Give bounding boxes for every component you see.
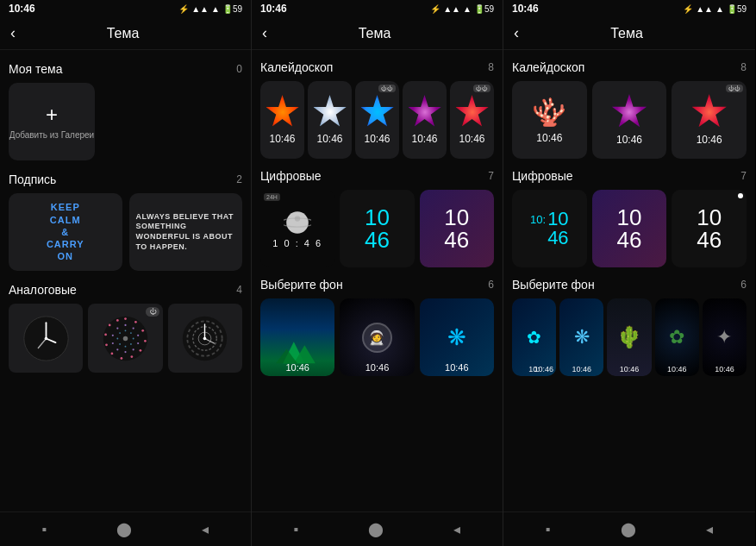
astronaut-time: 10:46 — [366, 362, 390, 373]
colon-prefix-card[interactable]: 10: 10 46 — [512, 190, 587, 267]
kaleido-count-2: 8 — [488, 61, 494, 73]
status-bar-3: 10:46 ⚡ ▲▲ ▲ 🔋59 — [503, 0, 755, 17]
blue-flower-icon: ❋ — [574, 326, 590, 348]
bluetooth-icon-3: ⚡ — [683, 4, 693, 14]
svg-point-33 — [119, 343, 121, 345]
dashed-ring-card[interactable] — [168, 304, 242, 373]
back-button-1[interactable]: ‹ — [10, 24, 16, 42]
back-button-3[interactable]: ‹ — [514, 24, 519, 42]
svg-point-44 — [286, 211, 309, 234]
digital-grid-3: 10: 10 46 10 46 — [512, 190, 747, 267]
nav-circle-2[interactable]: ⬤ — [368, 521, 384, 537]
spiral-dots-card[interactable]: ⏻ — [88, 304, 162, 373]
subscription-count: 2 — [236, 173, 242, 185]
kaleido-purple2-card[interactable]: 10:46 — [592, 81, 667, 159]
svg-point-46 — [295, 216, 300, 221]
svg-point-12 — [121, 357, 123, 360]
nav-square-3[interactable]: ▪ — [546, 522, 551, 537]
astronaut-card[interactable]: 🧑‍🚀 10:46 — [340, 298, 414, 376]
svg-point-25 — [112, 342, 114, 343]
bg-grid-2: 10:46 🧑‍🚀 10:46 ❋ 10:46 — [260, 298, 494, 376]
nav-square-2[interactable]: ▪ — [294, 522, 299, 537]
purple-stack2-card[interactable]: 10 46 — [592, 190, 667, 267]
header-1: ‹ Тема — [0, 17, 251, 50]
analog-clock-card[interactable] — [9, 304, 83, 373]
plus-icon: + — [46, 103, 58, 127]
bg-grid-3: ✿ 10: 10:46 ❋ 10:46 🌵 10:46 ✿ 10:46 — [512, 298, 747, 376]
add-theme-card[interactable]: + Добавить из Галереи — [9, 83, 95, 160]
kaleido-card-blue[interactable]: ⏻⏻ 10:46 — [355, 81, 399, 159]
svg-point-7 — [134, 320, 137, 323]
nav-back-2[interactable]: ◂ — [453, 521, 460, 537]
star-mandala-card[interactable]: ✦ 10:46 — [703, 298, 747, 376]
nav-back-1[interactable]: ◂ — [202, 521, 209, 537]
cyan-top: 10 — [365, 206, 390, 229]
cyan-stack-card[interactable]: 10 46 — [340, 190, 414, 267]
astronaut-icon: 🧑‍🚀 — [362, 323, 392, 353]
mountains-card[interactable]: 10:46 — [260, 298, 334, 376]
always-believe-card[interactable]: ALWAYS BELIEVE THAT SOMETHING WONDERFUL … — [129, 193, 243, 271]
spiral-svg — [102, 315, 149, 362]
status-icons-2: ⚡ ▲▲ ▲ 🔋59 — [430, 4, 494, 14]
blue-flower-card[interactable]: ❋ 10:46 — [559, 298, 603, 376]
teal-time-sub: 10:46 — [534, 365, 554, 373]
kaleido-blue2-card[interactable]: 🪸 10:46 — [512, 81, 587, 159]
nav-square-1[interactable]: ▪ — [42, 522, 47, 537]
digital-header-2: Цифровые 7 — [260, 169, 494, 183]
kaleido-red2-time: 10:46 — [697, 134, 722, 146]
toggle-kaleido-red2: ⏻⏻ — [726, 85, 743, 92]
header-title-3: Тема — [526, 26, 728, 41]
bottom-nav-2: ▪ ⬤ ◂ — [252, 511, 503, 546]
kaleido-grid-3: 🪸 10:46 10:46 ⏻⏻ 10:46 — [512, 81, 747, 159]
flower-bg-card[interactable]: ❋ 10:46 — [420, 298, 494, 376]
analog-count: 4 — [236, 284, 242, 296]
kaleido-card-orange[interactable]: 10:46 — [260, 81, 304, 159]
kaleido-card-red[interactable]: ⏻⏻ 10:46 — [450, 81, 494, 159]
cactus-card[interactable]: 🌵 10:46 — [607, 298, 651, 376]
bottom-nav-1: ▪ ⬤ ◂ — [0, 511, 251, 546]
svg-point-14 — [105, 343, 108, 346]
kaleidoscope-section-2: Калейдоскоп 8 10:46 10:46 ⏻⏻ 10:46 — [260, 60, 494, 159]
signal-icon: ▲▲ — [191, 4, 209, 14]
digital-count-2: 7 — [488, 170, 494, 182]
svg-point-21 — [137, 342, 139, 343]
digital-label-3: Цифровые — [512, 169, 573, 183]
dot-stack-card[interactable]: 10 46 — [672, 190, 747, 267]
bg-count-2: 6 — [488, 279, 494, 291]
status-icons-3: ⚡ ▲▲ ▲ 🔋59 — [683, 4, 747, 14]
bg-section-3: Выберите фон 6 ✿ 10: 10:46 ❋ 10:46 🌵 — [512, 278, 747, 376]
planet-digital-card[interactable]: 24H 1 0 : 4 6 — [260, 190, 334, 267]
subscription-grid: KEEPCALM&CARRYON ALWAYS BELIEVE THAT SOM… — [9, 193, 242, 271]
mandala-card[interactable]: ✿ 10:46 — [655, 298, 699, 376]
kaleido-red2-card[interactable]: ⏻⏻ 10:46 — [672, 81, 747, 159]
bg-header-3: Выберите фон 6 — [512, 278, 747, 292]
nav-circle-1[interactable]: ⬤ — [116, 521, 132, 537]
nav-back-3[interactable]: ◂ — [706, 521, 713, 537]
battery-icon: 🔋59 — [222, 4, 242, 14]
cactus-time: 10:46 — [620, 365, 640, 373]
cyan-digital-display: 10 46 — [365, 206, 390, 251]
keep-calm-card[interactable]: KEEPCALM&CARRYON — [9, 193, 122, 271]
kaleido-card-purple[interactable]: 10:46 — [403, 81, 447, 159]
panel-2: 10:46 ⚡ ▲▲ ▲ 🔋59 ‹ Тема Калейдоскоп 8 10… — [252, 0, 503, 546]
kaleido-count-3: 8 — [740, 61, 747, 73]
status-icons-1: ⚡ ▲▲ ▲ 🔋59 — [178, 4, 242, 14]
kaleido-blue-thumb — [360, 95, 395, 129]
purple-bg-card[interactable]: 10 46 — [420, 190, 494, 267]
kaleido-card-white[interactable]: 10:46 — [308, 81, 352, 159]
colon-prefix-text: 10: — [530, 210, 546, 226]
analog-section-header: Аналоговые 4 — [9, 283, 242, 297]
back-button-2[interactable]: ‹ — [262, 24, 267, 42]
bg-section-2: Выберите фон 6 10:46 🧑‍🚀 10:46 — [260, 278, 494, 376]
planet-svg — [284, 209, 311, 236]
nav-circle-3[interactable]: ⬤ — [621, 521, 636, 537]
digital-count-3: 7 — [740, 170, 747, 182]
kaleido-purple2-time: 10:46 — [616, 134, 642, 146]
colon-bot: 46 — [547, 229, 568, 248]
svg-point-11 — [130, 355, 133, 358]
kaleido-time-3: 10:46 — [364, 133, 390, 145]
teal-flower-card[interactable]: ✿ 10: 10:46 — [512, 298, 556, 376]
digital-label-2: Цифровые — [260, 169, 322, 183]
battery-icon-2: 🔋59 — [474, 4, 494, 14]
status-time-2: 10:46 — [260, 3, 287, 15]
